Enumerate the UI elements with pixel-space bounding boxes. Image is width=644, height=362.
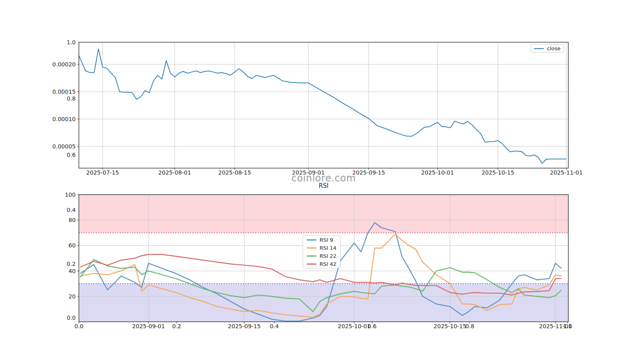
legend-row-rsi42: RSI 42	[303, 260, 340, 268]
price-x-tick-label: 2025-08-01	[158, 169, 191, 176]
rsi-y-tick-label: 100	[65, 191, 76, 198]
legend-row-rsi14: RSI 14	[303, 244, 340, 252]
rsi-x-tick-label: 2025-10-15	[433, 323, 466, 329]
price-plot-frame	[79, 42, 568, 168]
rsi22-line-swatch	[307, 255, 316, 257]
price-legend: close	[530, 44, 564, 53]
rsi-y-tick-label: 60	[68, 242, 76, 249]
rsi-x-tick-label: 2025-10-01	[338, 323, 370, 329]
rsi-x-tick-label: 2025-09-01	[132, 323, 165, 329]
rsi-overlay-x-tick-label: 0.0	[74, 323, 83, 329]
legend-row-close: close	[531, 45, 564, 52]
rsi-x-tick-label: 2025-09-15	[228, 323, 260, 329]
price-x-tick-label: 2025-10-15	[481, 169, 514, 176]
rsi22-legend-label: RSI 22	[320, 253, 336, 259]
rsi9-legend-label: RSI 9	[320, 237, 333, 243]
price-x-tick-label: 2025-10-01	[421, 169, 454, 176]
rsi-overlay-x-tick-label: 0.2	[172, 323, 181, 329]
chart-canvas: 2025-07-152025-08-012025-08-152025-09-01…	[0, 0, 644, 362]
legend-row-rsi9: RSI 9	[303, 236, 340, 244]
price-overlay-y-tick-label: 0.6	[67, 152, 76, 158]
price-x-tick-label: 2025-08-15	[218, 169, 251, 176]
price-overlay-y-tick-label: 0.8	[67, 95, 76, 102]
rsi-overlay-x-tick-label: 0.8	[465, 323, 474, 329]
price-y-tick-label: 0.00005	[52, 143, 76, 150]
rsi-overlay-y-tick-label: 0.2	[67, 261, 76, 267]
price-y-tick-label: 0.00010	[52, 116, 76, 122]
rsi-y-tick-label: 20	[68, 293, 76, 300]
rsi-y-tick-label: 80	[68, 217, 76, 223]
rsi-legend: RSI 9 RSI 14 RSI 22 RSI 42	[303, 235, 341, 268]
rsi42-legend-label: RSI 42	[320, 261, 336, 267]
price-y-tick-label: 0.00015	[52, 88, 76, 95]
legend-row-rsi22: RSI 22	[303, 252, 340, 260]
rsi-overlay-x-tick-label: 0.4	[270, 323, 279, 329]
price-x-tick-label: 2025-07-15	[86, 169, 119, 176]
rsi9-line-swatch	[307, 239, 316, 241]
rsi14-legend-label: RSI 14	[320, 245, 336, 251]
rsi-overlay-y-tick-label: 0.0	[67, 315, 76, 321]
rsi42-line-swatch	[307, 263, 316, 265]
price-x-tick-label: 2025-11-01	[550, 169, 582, 176]
price-y-tick-label: 0.00020	[52, 61, 76, 68]
price-overlay-y-tick-label: 1.0	[67, 39, 76, 45]
close-legend-label: close	[547, 45, 560, 51]
overbought-band	[79, 195, 568, 233]
rsi-overlay-x-tick-label: 1.0	[563, 323, 572, 329]
rsi14-line-swatch	[307, 247, 316, 249]
price-x-tick-label: 2025-09-15	[352, 169, 385, 176]
rsi-overlay-y-tick-label: 0.4	[67, 207, 76, 213]
rsi-y-tick-label: 40	[68, 268, 76, 274]
rsi-overlay-x-tick-label: 0.6	[367, 323, 376, 329]
close-line-swatch	[534, 48, 544, 49]
rsi-chart-title: RSI	[319, 182, 328, 189]
